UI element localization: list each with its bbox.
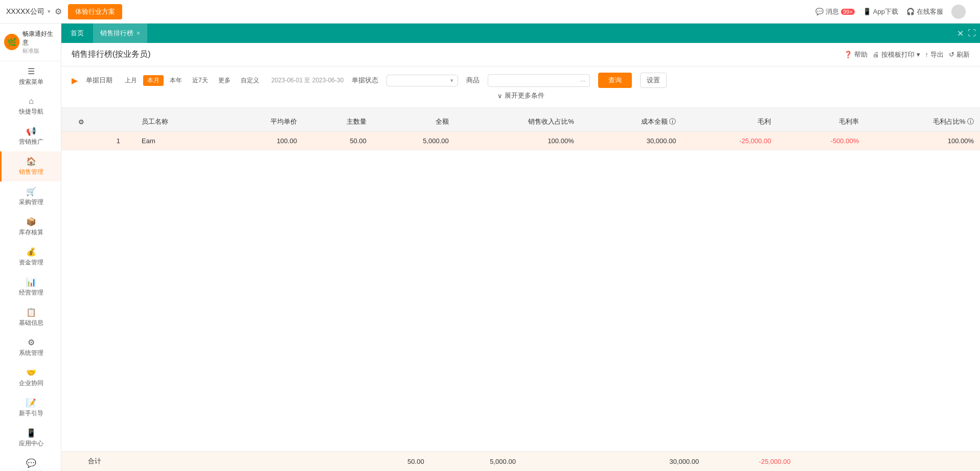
sidebar-item-enterprise-collab[interactable]: 🤝 企业协同: [0, 363, 61, 393]
col-name: 员工名称: [135, 112, 219, 132]
main-layout: 🌿 畅康通好生意 标准版 ☰ 搜索菜单 ⌂ 快捷导航 📢 营销推广 🏠 销售管理…: [0, 24, 980, 471]
col-rank: [101, 112, 135, 132]
col-settings[interactable]: ⚙: [61, 112, 101, 132]
logo-icon: 🌿: [4, 34, 19, 50]
message-button[interactable]: 💬 消息 99+: [815, 7, 855, 16]
sidebar-item-system-mgmt[interactable]: ⚙ 系统管理: [0, 332, 61, 363]
window-close-icon[interactable]: ✕: [957, 29, 964, 38]
sidebar-item-label: 搜索菜单: [19, 78, 43, 86]
footer-total-label: 合计: [67, 457, 149, 466]
footer-spacer4: [791, 458, 882, 465]
date-tab-7days[interactable]: 近7天: [188, 75, 212, 86]
sidebar-item-search-order[interactable]: ☰ 搜索菜单: [0, 61, 61, 92]
expand-down-icon: ∨: [497, 92, 503, 100]
col-gross-pct: 毛利占比% ⓘ: [865, 112, 980, 132]
tab-close-icon[interactable]: ×: [136, 30, 140, 37]
cart-icon: 🛒: [26, 187, 36, 196]
sidebar-item-finance[interactable]: 💰 资金管理: [0, 242, 61, 272]
footer-main-qty: 50.00: [332, 458, 424, 465]
sidebar-item-label: 营销推广: [19, 138, 43, 146]
company-selector[interactable]: XXXXX公司 ▾: [6, 7, 51, 16]
megaphone-icon: 📢: [26, 126, 36, 136]
tab-label: 销售排行榜: [100, 29, 133, 38]
col-gross: 毛利: [682, 112, 778, 132]
export-button[interactable]: ↑ 导出: [925, 50, 944, 59]
sidebar-item-enterprise-wechat[interactable]: 💬 企业微信: [0, 453, 61, 471]
settings-link-button[interactable]: 设置: [640, 73, 667, 88]
trial-button[interactable]: 体验行业方案: [68, 4, 122, 19]
date-tab-custom[interactable]: 自定义: [237, 75, 263, 86]
goods-filter-label: 商品: [466, 76, 480, 85]
date-filter-label: 单据日期: [86, 76, 112, 85]
date-tab-this-year[interactable]: 本年: [166, 75, 186, 86]
home-icon: ⌂: [29, 97, 34, 106]
tab-sales-ranking[interactable]: 销售排行榜 ×: [93, 24, 147, 43]
page-header: 销售排行榜(按业务员) ❓ 帮助 🖨 按模板打印 ▾ ↑ 导出: [61, 43, 980, 66]
top-bar: XXXXX公司 ▾ ⚙ 体验行业方案 💬 消息 99+ 📱 App下载 🎧 在线…: [0, 0, 980, 24]
settings-icon[interactable]: ⚙: [55, 7, 62, 16]
sidebar-item-purchase-mgmt[interactable]: 🛒 采购管理: [0, 182, 61, 212]
sidebar-item-label: 采购管理: [19, 198, 43, 207]
date-tab-this-month[interactable]: 本月: [143, 75, 164, 86]
footer-values: 50.00 5,000.00 30,000.00 -25,000.00: [149, 458, 974, 465]
help-icon: ❓: [844, 51, 852, 58]
content-area: 首页 销售排行榜 × ✕ ⛶ 销售排行榜(按业务员) ❓ 帮助: [61, 24, 980, 471]
date-tabs: 上月 本月 本年 近7天 更多 自定义: [121, 75, 263, 86]
sidebar-item-basic-info[interactable]: 📋 基础信息: [0, 302, 61, 332]
app-download-button[interactable]: 📱 App下载: [863, 7, 898, 16]
expand-more-button[interactable]: ∨ 展开更多条件: [497, 91, 544, 100]
col-main-qty: 主数量: [303, 112, 373, 132]
col-sales-pct: 销售收入占比%: [455, 112, 580, 132]
refresh-label: 刷新: [956, 50, 970, 59]
sidebar-item-app-center[interactable]: 📱 应用中心: [0, 423, 61, 453]
sidebar: 🌿 畅康通好生意 标准版 ☰ 搜索菜单 ⌂ 快捷导航 📢 营销推广 🏠 销售管理…: [0, 24, 61, 471]
refresh-button[interactable]: ↺ 刷新: [949, 50, 970, 59]
sidebar-item-sales-mgmt[interactable]: 🏠 销售管理: [0, 151, 61, 182]
page-title: 销售排行榜(按业务员): [72, 49, 151, 60]
date-range-display: 2023-06-01 至 2023-06-30: [271, 76, 344, 85]
print-dropdown-icon: ▾: [917, 51, 920, 58]
help-button[interactable]: ❓ 帮助: [844, 50, 868, 59]
sidebar-item-operations[interactable]: 📊 经营管理: [0, 272, 61, 302]
tab-home[interactable]: 首页: [61, 24, 93, 43]
sidebar-item-label: 销售管理: [19, 168, 43, 176]
app-icon: 📱: [863, 8, 871, 15]
refresh-icon: ↺: [949, 51, 954, 58]
filter-expand-icon[interactable]: ▶: [72, 76, 78, 85]
cell-gross: -25,000.00: [682, 132, 778, 150]
goods-filter-input[interactable]: ···: [488, 74, 590, 87]
query-button[interactable]: 查询: [598, 73, 632, 88]
sidebar-item-label: 系统管理: [19, 349, 43, 357]
print-label: 按模板打印: [881, 50, 915, 59]
message-badge: 99+: [841, 9, 855, 15]
print-button[interactable]: 🖨 按模板打印 ▾: [873, 50, 920, 59]
footer-spacer3: [516, 458, 607, 465]
headset-icon: 🎧: [906, 8, 915, 15]
window-expand-icon[interactable]: ⛶: [968, 29, 976, 38]
cell-rank: 1: [101, 132, 135, 150]
box-icon: 📦: [26, 217, 36, 227]
footer-spacer5: [882, 458, 974, 465]
sidebar-item-quick-nav[interactable]: ⌂ 快捷导航: [0, 92, 61, 121]
chat-icon: 💬: [815, 8, 824, 15]
col-gross-rate: 毛利率: [777, 112, 865, 132]
cell-name: Eam: [135, 132, 219, 150]
sidebar-item-label: 企业微信: [19, 469, 43, 471]
gear-icon: ⚙: [28, 338, 35, 347]
status-select[interactable]: ▾: [386, 75, 458, 86]
data-table-container: ⚙ 员工名称 平均单价 主数量 全额 销售收入占比% 成本全额 ⓘ 毛利 毛利率…: [61, 112, 980, 451]
logo-text-area: 畅康通好生意 标准版: [22, 30, 57, 55]
sidebar-item-new-guide[interactable]: 📝 新手引导: [0, 393, 61, 423]
avatar[interactable]: [951, 5, 966, 19]
goods-more-icon[interactable]: ···: [580, 77, 585, 84]
message-label: 消息: [826, 7, 839, 16]
sidebar-item-inventory[interactable]: 📦 库存核算: [0, 212, 61, 242]
footer-amount: 5,000.00: [424, 458, 516, 465]
online-service-button[interactable]: 🎧 在线客服: [906, 7, 943, 16]
sidebar-item-label: 应用中心: [19, 439, 43, 448]
sidebar-item-marketing[interactable]: 📢 营销推广: [0, 121, 61, 151]
date-tab-more[interactable]: 更多: [214, 75, 235, 86]
cell-sales-pct: 100.00%: [455, 132, 580, 150]
export-label: 导出: [930, 50, 944, 59]
date-tab-last-month[interactable]: 上月: [121, 75, 141, 86]
